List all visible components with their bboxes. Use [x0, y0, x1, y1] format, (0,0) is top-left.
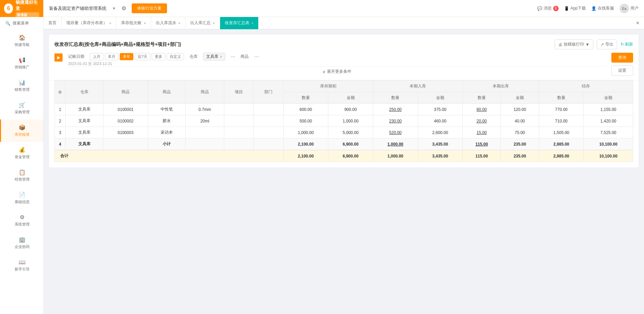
- row-out-qty[interactable]: 20.00: [463, 115, 501, 127]
- goods-filter-label: 商品: [241, 54, 249, 60]
- sidebar-item-sales[interactable]: 📊 销售管理: [0, 75, 43, 97]
- th-goods-code: 商品: [103, 81, 148, 104]
- sidebar-item-system[interactable]: ⚙ 系统管理: [0, 209, 43, 232]
- tab-bar: 首页 现存量（库存分布表） × 库存批次账 × 出入库流水 × 出入库汇总 × …: [44, 17, 644, 29]
- row-open-amt: 900.00: [328, 104, 373, 115]
- tab-close-inventory-dist[interactable]: ×: [109, 21, 111, 25]
- tab-inventory-dist[interactable]: 现存量（库存分布表） ×: [62, 17, 116, 29]
- row-bal-amt: 1,420.00: [584, 115, 633, 127]
- footer-bal-qty: 2,985.00: [539, 150, 584, 162]
- row-project: [224, 115, 254, 127]
- experience-btn[interactable]: 体验行业方案: [132, 3, 167, 13]
- enterprise-icon: 🏢: [19, 236, 26, 243]
- tab-home[interactable]: 首页: [44, 17, 62, 29]
- table-footer-row: 合计 2,100.00 6,900.00 1,000.00 3,435.00 1…: [55, 150, 633, 162]
- row-bal-qty: 710.00: [539, 115, 584, 127]
- th-balance: 结存: [539, 81, 633, 92]
- expand-more-btn[interactable]: ∨ 展开更多条件: [68, 66, 606, 77]
- settings-icon[interactable]: ⚙: [121, 5, 126, 12]
- marketing-icon: 📢: [19, 57, 26, 63]
- th-in: 本期入库: [373, 81, 462, 92]
- page-title-bar: 收发存汇总表(按仓库+商品编码+商品+规格型号+项目+部门) 🖨 按模板打印 ▼…: [49, 35, 639, 49]
- system-title: 装备及固定资产辅助管理系统: [49, 5, 106, 12]
- sidebar-item-marketing[interactable]: 📢 营销推广: [0, 52, 43, 75]
- th-dept: 部门: [254, 81, 284, 104]
- sidebar-item-label: 新手引导: [15, 267, 30, 272]
- footer-open-amt: 6,900.00: [328, 150, 373, 162]
- inventory-icon: 📦: [19, 124, 26, 131]
- mobile-icon: 📱: [564, 6, 569, 11]
- filter-toggle[interactable]: ▶: [54, 53, 63, 62]
- sidebar-item-operations[interactable]: 📋 经营管理: [0, 164, 43, 187]
- set-btn[interactable]: 设置: [611, 65, 633, 76]
- th-open-qty: 数量: [283, 92, 328, 104]
- row-in-qty[interactable]: 250.00: [373, 104, 418, 115]
- sidebar-item-guide[interactable]: 📖 新手引导: [0, 254, 43, 277]
- row-out-qty[interactable]: 15.00: [463, 127, 501, 138]
- filter-body: 记账日期 上月 本月 本年 近7天 更多 自定义 仓库 文具库 × ···: [68, 53, 606, 77]
- row-in-qty[interactable]: 230.00: [373, 115, 418, 127]
- tab-flow[interactable]: 出入库流水 ×: [151, 17, 185, 29]
- row-in-qty[interactable]: 1,000.00: [373, 138, 418, 150]
- sidebar-item-enterprise[interactable]: 🏢 企业协同: [0, 232, 43, 254]
- table-wrapper: ⚙ 仓库 商品 商品 商品 项目 部门 库存期初 本期入库 本期出库 结存 数量: [49, 80, 639, 167]
- sidebar-item-inventory[interactable]: 📦 库存核算: [0, 119, 43, 142]
- sidebar-item-purchase[interactable]: 🛒 采购管理: [0, 97, 43, 119]
- row-warehouse: 文具库: [66, 138, 103, 150]
- th-bal-amt: 金额: [584, 92, 633, 104]
- tab-close-collect-summary[interactable]: ×: [251, 21, 253, 25]
- row-open-qty: 600.00: [283, 104, 328, 115]
- sidebar-item-label: 基础信息: [15, 199, 30, 204]
- sales-icon: 📊: [19, 79, 26, 86]
- tab-close-batch-account[interactable]: ×: [144, 21, 146, 25]
- filter-dots-2[interactable]: ···: [254, 54, 259, 60]
- sidebar-item-basic[interactable]: 📄 基础信息: [0, 187, 43, 209]
- user-btn[interactable]: Ea 用户: [620, 4, 639, 13]
- table-row: 1文具库0100001中性笔0.7mm600.00900.00250.00375…: [55, 104, 633, 115]
- warehouse-tag-close[interactable]: ×: [220, 54, 222, 59]
- date-range: 2023-01-01 至 2023-12-31: [68, 61, 606, 66]
- tab-collect-summary[interactable]: 收发存汇总表 ×: [220, 17, 259, 29]
- refresh-btn[interactable]: ↻ 刷新: [621, 42, 633, 47]
- tab-close-summary[interactable]: ×: [213, 21, 215, 25]
- row-dept: [254, 138, 284, 150]
- tab-close-flow[interactable]: ×: [178, 21, 180, 25]
- sidebar-item-search[interactable]: 🔍 搜索菜单: [0, 17, 43, 30]
- th-opening: 库存期初: [283, 81, 373, 92]
- tab-bar-close[interactable]: ×: [631, 20, 644, 26]
- table-settings-th[interactable]: ⚙: [55, 81, 66, 104]
- message-btn[interactable]: 💬 消息 6: [537, 5, 559, 11]
- date-btn-7days[interactable]: 近7天: [135, 53, 150, 60]
- sidebar-item-quick-nav[interactable]: 🏠 快捷导航: [0, 30, 43, 52]
- date-btn-more[interactable]: 更多: [152, 53, 165, 60]
- row-out-qty[interactable]: 80.00: [463, 104, 501, 115]
- date-filter-label: 记账日期: [68, 54, 84, 60]
- user-avatar: Ea: [620, 4, 629, 13]
- row-goods-spec: 20ml: [186, 115, 224, 127]
- row-in-qty[interactable]: 520.00: [373, 127, 418, 138]
- date-btn-custom[interactable]: 自定义: [167, 53, 184, 60]
- export-btn[interactable]: ↗ 导出: [597, 39, 617, 49]
- online-service-btn[interactable]: 👤 在线客服: [591, 5, 614, 11]
- row-goods-spec: [186, 138, 224, 150]
- app-tag: 标准版: [16, 12, 39, 18]
- tab-batch-account[interactable]: 库存批次账 ×: [116, 17, 151, 29]
- row-dept: [254, 115, 284, 127]
- row-open-amt: 6,900.00: [328, 138, 373, 150]
- sidebar-item-finance[interactable]: 💰 资金管理: [0, 142, 43, 164]
- filter-dots-1[interactable]: ···: [231, 54, 235, 60]
- date-btn-this-year[interactable]: 本年: [120, 53, 133, 60]
- date-btn-prev-month[interactable]: 上月: [90, 53, 103, 60]
- table-row: 4文具库小计2,100.006,900.001,000.003,435.0011…: [55, 138, 633, 150]
- app-download-btn[interactable]: 📱 App下载: [564, 5, 586, 11]
- query-btn[interactable]: 查询: [611, 53, 633, 63]
- warehouse-tag-text: 文具库: [206, 54, 218, 60]
- tab-summary[interactable]: 出入库汇总 ×: [185, 17, 220, 29]
- message-label: 消息: [544, 5, 552, 11]
- message-badge: 6: [553, 6, 559, 11]
- row-warehouse: 文具库: [66, 104, 103, 115]
- row-bal-amt: 1,155.00: [584, 104, 633, 115]
- date-btn-this-month[interactable]: 本月: [105, 53, 118, 60]
- row-out-qty[interactable]: 115.00: [463, 138, 501, 150]
- print-btn[interactable]: 🖨 按模板打印 ▼: [555, 39, 593, 49]
